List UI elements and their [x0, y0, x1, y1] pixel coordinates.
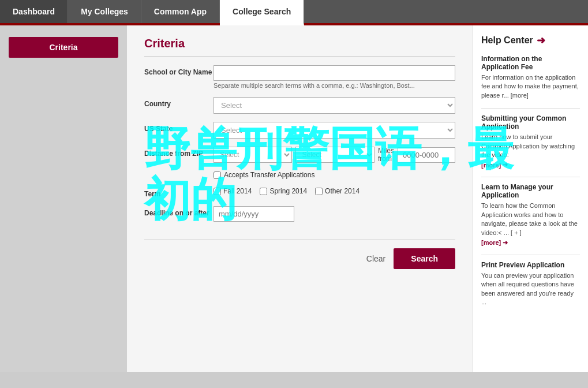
tab-my-colleges[interactable]: My Colleges [68, 0, 141, 23]
school-city-group: School or City Name Separate multiple se… [144, 65, 455, 89]
term-fall2014-label: Fall 2014 [223, 187, 252, 195]
help-item-3-body: You can preview your application when al… [481, 271, 580, 307]
term-field: Fall 2014 Spring 2014 Other 2014 [214, 187, 455, 195]
help-item-2: Learn to Manage your Application To lear… [481, 183, 580, 247]
school-city-hint: Separate multiple search terms with a co… [214, 82, 455, 89]
transfer-checkbox[interactable] [214, 171, 221, 179]
help-item-3-title: Print Preview Application [481, 261, 580, 269]
term-label: Term [144, 187, 214, 198]
distance-zip-input[interactable] [398, 147, 455, 163]
school-city-field: Separate multiple search terms with a co… [214, 65, 455, 89]
help-title: Help Center ➜ [481, 34, 580, 47]
term-spring2014: Spring 2014 [260, 187, 307, 195]
help-item-0-title: Information on the Application Fee [481, 55, 580, 71]
distance-select2[interactable]: Select [295, 147, 374, 163]
sidebar: Criteria [0, 25, 127, 372]
country-group: Country Select [144, 97, 455, 114]
help-item-0: Information on the Application Fee For i… [481, 55, 580, 100]
term-spring2014-label: Spring 2014 [269, 187, 307, 195]
criteria-button[interactable]: Criteria [9, 37, 118, 58]
criteria-section: Criteria School or City Name Separate mu… [127, 25, 473, 372]
state-field: Select [214, 122, 455, 139]
deadline-input[interactable] [214, 206, 294, 222]
state-group: US State Select [144, 122, 455, 139]
distance-label: Distance from ZIP [144, 147, 214, 158]
distance-miles-label: Miles from [378, 147, 394, 163]
school-city-input[interactable] [214, 65, 455, 81]
help-item-3: Print Preview Application You can previe… [481, 261, 580, 307]
help-item-1-title: Submitting your Common Application [481, 114, 580, 130]
help-item-1-body: Learn how to submit your Common Applicat… [481, 133, 580, 159]
distance-group: Distance from ZIP Select Select Miles fr… [144, 147, 455, 163]
deadline-group: Deadline on or after [144, 206, 455, 222]
top-navigation: Dashboard My Colleges Common App College… [0, 0, 588, 25]
main-layout: Criteria 野兽刑警国语，最 初的 Criteria School or … [0, 25, 588, 372]
help-arrow-icon: ➜ [537, 34, 545, 47]
help-item-2-body: To learn how the Common Application work… [481, 202, 580, 237]
tab-common-app[interactable]: Common App [141, 0, 220, 23]
clear-button[interactable]: Clear [366, 254, 385, 263]
term-other2014-checkbox[interactable] [315, 188, 323, 195]
country-field: Select [214, 97, 455, 114]
transfer-group: Accepts Transfer Applications [144, 171, 455, 179]
term-fall2014-checkbox[interactable] [214, 188, 221, 195]
help-item-1-more[interactable]: [more] ➜ [481, 161, 580, 169]
help-item-2-more[interactable]: [more] ➜ [481, 239, 580, 247]
deadline-field [214, 206, 455, 222]
state-label: US State [144, 122, 214, 133]
action-row: Clear Search [144, 239, 455, 269]
tab-college-search[interactable]: College Search [220, 0, 304, 25]
content-wrapper: 野兽刑警国语，最 初的 Criteria School or City Name… [127, 25, 588, 372]
school-city-label: School or City Name [144, 65, 214, 76]
distance-row: Select Select Miles from [214, 147, 455, 163]
term-fall2014: Fall 2014 [214, 187, 252, 195]
country-label: Country [144, 97, 214, 108]
term-other2014-label: Other 2014 [325, 187, 359, 195]
help-item-1: Submitting your Common Application Learn… [481, 114, 580, 169]
deadline-label: Deadline on or after [144, 206, 214, 217]
page-title: Criteria [144, 37, 455, 57]
term-group: Term Fall 2014 Spring 2014 O [144, 187, 455, 198]
help-more2-arrow-icon: ➜ [503, 239, 508, 247]
help-item-2-title: Learn to Manage your Application [481, 183, 580, 199]
state-select[interactable]: Select [214, 122, 455, 139]
transfer-label: Accepts Transfer Applications [224, 171, 314, 179]
help-panel: Help Center ➜ Information on the Applica… [473, 25, 588, 372]
distance-field: Select Select Miles from [214, 147, 455, 163]
search-button[interactable]: Search [394, 248, 455, 269]
help-item-0-body: For information on the application fee a… [481, 73, 580, 100]
help-more-arrow-icon: ➜ [503, 161, 508, 169]
term-other2014: Other 2014 [315, 187, 359, 195]
tab-dashboard[interactable]: Dashboard [0, 0, 68, 23]
term-spring2014-checkbox[interactable] [260, 188, 267, 195]
distance-select1[interactable]: Select [214, 147, 292, 163]
term-row: Fall 2014 Spring 2014 Other 2014 [214, 187, 455, 195]
country-select[interactable]: Select [214, 97, 455, 114]
